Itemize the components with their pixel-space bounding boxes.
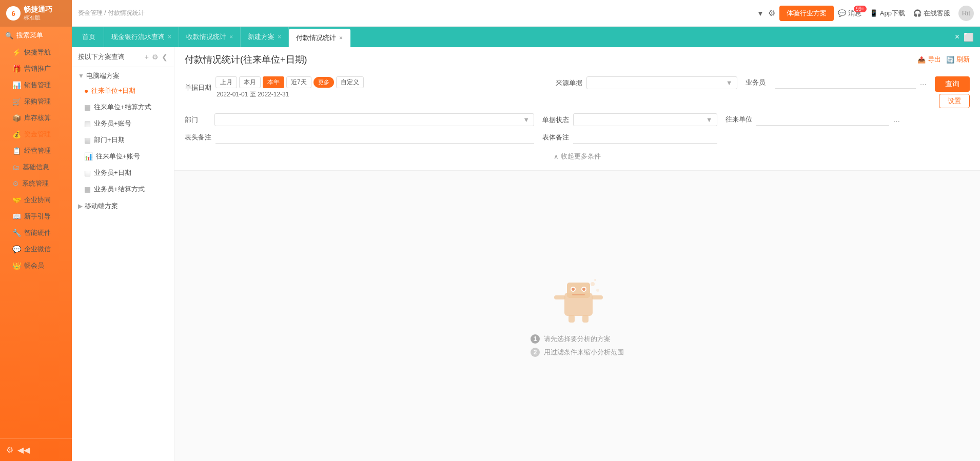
collapse-more-btn[interactable]: ∧ 收起更多条件	[185, 149, 970, 164]
sidebar-item-wechat[interactable]: 💬 企业微信	[0, 241, 72, 257]
svg-point-4	[572, 288, 575, 291]
tab-bank-flow-close[interactable]: ×	[168, 33, 171, 41]
tab-receipt-stats[interactable]: 收款情况统计 ×	[179, 27, 241, 47]
add-scheme-icon[interactable]: +	[145, 53, 149, 61]
scheme-item-label: 往来单位+账号	[96, 152, 140, 161]
svg-point-5	[582, 288, 585, 291]
sidebar-item-quick-nav[interactable]: ⚡ 快捷导航	[0, 44, 72, 61]
tabs-bar: 首页 现金银行流水查询 × 收款情况统计 × 新建方案 × 付款情况统计 × ×…	[72, 27, 980, 47]
scheme-salesman-date[interactable]: ▦ 业务员+日期	[72, 165, 174, 181]
app-icon: 📱	[870, 9, 878, 17]
sidebar-item-collab[interactable]: 🤝 企业协同	[0, 192, 72, 208]
scheme-salesman-account[interactable]: ▦ 业务员+账号	[72, 115, 174, 132]
doc-status-filter: 单据状态 ▼	[542, 113, 717, 126]
salesman-more-icon[interactable]: ...	[920, 78, 927, 87]
basic-icon: 🗂	[12, 163, 19, 171]
pc-group-header[interactable]: ▼ 电脑端方案	[72, 67, 174, 83]
date-btn-this-month[interactable]: 本月	[239, 76, 261, 88]
doc-status-select-arrow: ▼	[706, 116, 713, 124]
pc-group-label: 电脑端方案	[86, 71, 120, 81]
tab-receipt-stats-close[interactable]: ×	[229, 33, 233, 41]
query-button[interactable]: 查询	[935, 76, 970, 92]
sidebar-search[interactable]: 🔍 搜索菜单	[0, 27, 72, 44]
sidebar-item-marketing[interactable]: 🎁 营销推广	[0, 61, 72, 77]
salesman-filter: 业务员 ...	[746, 76, 927, 89]
logo-icon: 6	[6, 6, 21, 21]
window-maximize-btn[interactable]: ⬜	[964, 32, 974, 42]
filter-row-3: 表头备注 表体备注	[185, 131, 970, 144]
salesman-input[interactable]	[775, 76, 916, 89]
empty-tips: 1 请先选择要分析的方案 2 用过滤条件来缩小分析范围	[531, 334, 624, 357]
sidebar-menu: ⚡ 快捷导航 🎁 营销推广 📊 销售管理 🛒 采购管理 📦 库存核算 💰 资金管…	[0, 44, 72, 438]
body-note-input[interactable]	[573, 131, 717, 144]
service-btn[interactable]: 🎧 在线客服	[913, 9, 950, 18]
sidebar-item-purchase[interactable]: 🛒 采购管理	[0, 93, 72, 110]
body-note-filter: 表体备注	[542, 131, 717, 144]
doc-status-select[interactable]: ▼	[573, 113, 717, 126]
date-btn-more[interactable]: 更多	[313, 77, 334, 88]
tab-payment-stats-close[interactable]: ×	[339, 34, 343, 42]
export-button[interactable]: 📤 导出	[917, 55, 941, 64]
sidebar-item-operations[interactable]: 📋 经营管理	[0, 143, 72, 159]
scheme-counterpart-account[interactable]: 📊 往来单位+账号	[72, 148, 174, 165]
user-avatar[interactable]: Rit	[958, 6, 974, 21]
head-note-input[interactable]	[215, 131, 534, 144]
left-panel-header: 按以下方案查询 + ⚙ ❮	[72, 47, 174, 67]
source-select[interactable]: ▼	[586, 76, 737, 89]
counterpart-more-icon[interactable]: ...	[893, 115, 900, 124]
date-btn-this-year[interactable]: 本年	[263, 76, 284, 88]
topbar-settings-icon[interactable]: ⚙	[768, 8, 775, 18]
left-panel: 按以下方案查询 + ⚙ ❮ ▼ 电脑端方案 ● 往来单位+日期 ▦	[72, 47, 174, 461]
scheme-item-label: 往来单位+结算方式	[94, 103, 151, 112]
sidebar-item-system[interactable]: ⚙ 系统管理	[0, 175, 72, 192]
mobile-group-expand-icon: ▶	[78, 203, 83, 210]
sidebar-item-guide[interactable]: 📖 新手引导	[0, 208, 72, 225]
sidebar-item-hardware[interactable]: 🔧 智能硬件	[0, 225, 72, 241]
scheme-salesman-settlement[interactable]: ▦ 业务员+结算方式	[72, 181, 174, 197]
breadcrumb-dropdown[interactable]: ▼	[757, 9, 764, 17]
sidebar-item-member[interactable]: 👑 畅会员	[0, 257, 72, 274]
counterpart-account-icon: 📊	[84, 152, 93, 161]
tab-new-scheme[interactable]: 新建方案 ×	[241, 27, 289, 47]
empty-svg-illustration	[546, 275, 608, 326]
scheme-counterpart-settlement[interactable]: ▦ 往来单位+结算方式	[72, 99, 174, 115]
scheme-counterpart-date[interactable]: ● 往来单位+日期	[72, 83, 174, 99]
tab-home[interactable]: 首页	[74, 27, 104, 47]
dept-select[interactable]: ▼	[214, 113, 534, 126]
date-btn-7days[interactable]: 近7天	[286, 76, 311, 88]
scheme-settings-icon[interactable]: ⚙	[152, 53, 159, 61]
refresh-button[interactable]: 🔄 刷新	[946, 55, 970, 64]
sales-icon: 📊	[12, 81, 21, 89]
sidebar-item-sales[interactable]: 📊 销售管理	[0, 77, 72, 93]
tip-text-2: 用过滤条件来缩小分析范围	[544, 348, 624, 357]
settings-button[interactable]: 设置	[939, 94, 970, 108]
message-btn[interactable]: 💬 消息 99+	[838, 9, 861, 18]
mobile-group-header[interactable]: ▶ 移动端方案	[72, 197, 174, 213]
main-content: 资金管理 / 付款情况统计 ▼ ⚙ 体验行业方案 💬 消息 99+ 📱 App下…	[72, 0, 980, 461]
window-close-btn[interactable]: ×	[955, 32, 959, 42]
tab-payment-stats[interactable]: 付款情况统计 ×	[289, 29, 350, 47]
head-note-filter: 表头备注	[185, 131, 534, 144]
tab-receipt-stats-label: 收款情况统计	[186, 32, 226, 42]
date-btn-last-month[interactable]: 上月	[215, 76, 237, 88]
collapse-icon: ∧	[554, 153, 559, 161]
fund-icon: 💰	[12, 130, 21, 138]
sidebar-settings-icon[interactable]: ⚙	[6, 445, 13, 455]
scheme-item-label: 往来单位+日期	[91, 86, 135, 95]
tab-new-scheme-close[interactable]: ×	[278, 33, 281, 41]
salesman-label: 业务员	[746, 78, 771, 87]
app-download-btn[interactable]: 📱 App下载	[870, 9, 905, 18]
operations-icon: 📋	[12, 147, 21, 155]
purchase-icon: 🛒	[12, 97, 21, 106]
scheme-dept-date[interactable]: ▦ 部门+日期	[72, 132, 174, 148]
sidebar-item-basic[interactable]: 🗂 基础信息	[0, 159, 72, 175]
sidebar-item-fund[interactable]: 💰 资金管理	[0, 126, 72, 143]
tab-bank-flow[interactable]: 现金银行流水查询 ×	[104, 27, 179, 47]
date-custom-btn[interactable]: 自定义	[336, 76, 364, 88]
trial-button[interactable]: 体验行业方案	[779, 6, 834, 21]
counterpart-input[interactable]	[756, 113, 889, 126]
panel-collapse-icon[interactable]: ❮	[162, 53, 168, 61]
export-label: 导出	[928, 55, 941, 64]
sidebar-item-inventory[interactable]: 📦 库存核算	[0, 110, 72, 126]
sidebar-collapse-icon[interactable]: ◀◀	[17, 445, 30, 455]
